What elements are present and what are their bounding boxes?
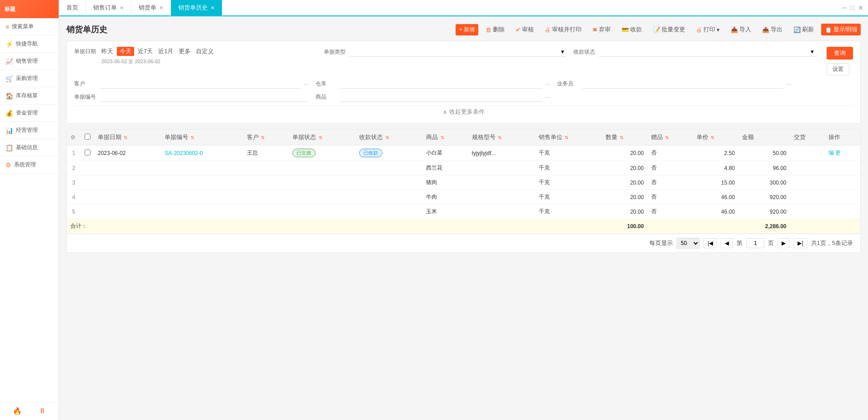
print-dropdown-icon: ▾: [717, 26, 720, 33]
shortcut-custom[interactable]: 自定义: [194, 47, 216, 56]
docno-link[interactable]: SA-20230602-0: [165, 150, 203, 156]
warehouse-input[interactable]: [341, 79, 542, 89]
sidebar-item-quick-nav[interactable]: ⚡ 快捷导航: [0, 35, 59, 53]
docno-input[interactable]: [100, 92, 308, 102]
refresh-icon: 🔄: [793, 26, 801, 33]
shortcut-7days[interactable]: 近7天: [136, 47, 155, 56]
warehouse-filter: 仓库 ···: [316, 79, 550, 89]
th-qty-sort[interactable]: ⇅: [620, 135, 623, 140]
table-settings-header[interactable]: ⚙: [67, 130, 80, 145]
tab-sales-history[interactable]: 销货单历史 ✕: [171, 0, 222, 16]
sidebar-item-purchase[interactable]: 🛒 采购管理: [0, 70, 59, 87]
refresh-label: 刷新: [802, 25, 814, 34]
row-price: 15.00: [693, 175, 738, 190]
sidebar-item-basic-info[interactable]: 📋 基础信息: [0, 139, 59, 156]
close-button[interactable]: ✕: [858, 4, 863, 11]
doc-type-select[interactable]: ▾: [349, 47, 566, 57]
th-date-sort[interactable]: ⇅: [124, 135, 127, 140]
salesperson-label: 业务员: [557, 80, 580, 88]
abandon-button[interactable]: ✖ 弃审: [589, 24, 614, 35]
customer-more[interactable]: ···: [304, 81, 308, 87]
display-button[interactable]: 📋 显示明细: [821, 24, 861, 35]
th-spec-sort[interactable]: ⇅: [498, 135, 502, 140]
salesperson-input[interactable]: [582, 79, 784, 89]
shortcut-yesterday[interactable]: 昨天: [100, 47, 115, 56]
tab-sales-order-close[interactable]: ✕: [120, 5, 124, 11]
settings-button[interactable]: 设置: [827, 63, 849, 75]
app-logo: 标题: [5, 5, 15, 13]
batch-change-button[interactable]: 📝 批量变更: [649, 24, 689, 35]
collect-button[interactable]: 💳 收款: [618, 24, 646, 35]
print-icon: 🖨: [696, 26, 702, 33]
th-pay-status-sort[interactable]: ⇅: [386, 135, 389, 140]
row-pay-status: [356, 161, 422, 175]
th-goods-sort[interactable]: ⇅: [441, 135, 444, 140]
sidebar-item-finance[interactable]: 💰 资金管理: [0, 105, 59, 122]
audit-print-button[interactable]: 🖨 审核并打印: [541, 24, 585, 35]
th-gift-sort[interactable]: ⇅: [665, 135, 669, 140]
tab-sales-order[interactable]: 销售订单 ✕: [86, 0, 131, 16]
query-button[interactable]: 查询: [827, 47, 853, 60]
warehouse-more[interactable]: ···: [545, 81, 550, 87]
th-docno-sort[interactable]: ⇅: [191, 135, 194, 140]
tab-sales-goods-close[interactable]: ✕: [159, 5, 163, 11]
sidebar-bottom-icon2[interactable]: ⏸: [39, 407, 46, 415]
delete-icon: 🗑: [486, 26, 492, 33]
export-label: 导出: [771, 25, 783, 34]
import-button[interactable]: 📥 导入: [727, 24, 755, 35]
filter-panel: 单据日期 昨天 今天 近7天 近1月 更多 自定义 2023-06-02 至 2…: [66, 41, 861, 124]
edit-action[interactable]: 编: [828, 150, 834, 156]
shortcut-more[interactable]: 更多: [177, 47, 192, 56]
row-doc-status: [289, 161, 356, 175]
th-unit-sort[interactable]: ⇅: [565, 135, 568, 140]
sidebar-item-ops[interactable]: 📊 经营管理: [0, 122, 59, 139]
th-qty: 数量 ⇅: [602, 130, 647, 145]
customer-input[interactable]: [100, 79, 301, 89]
th-price-sort[interactable]: ⇅: [711, 135, 714, 140]
minimize-button[interactable]: ─: [843, 4, 847, 11]
per-page-select[interactable]: 50 100 200: [677, 238, 700, 249]
collapse-button[interactable]: ∧ 收起更多条件: [74, 105, 853, 118]
shortcut-1month[interactable]: 近1月: [156, 47, 175, 56]
goods-more[interactable]: ···: [545, 94, 550, 100]
page-input[interactable]: [746, 238, 764, 248]
maximize-button[interactable]: □: [851, 4, 854, 11]
next-page-button[interactable]: ▶: [778, 238, 790, 248]
goods-input[interactable]: [341, 92, 542, 102]
last-page-button[interactable]: ▶|: [793, 238, 807, 248]
row-actions: [825, 205, 861, 219]
warehouse-label: 仓库: [316, 80, 338, 88]
row-customer: [243, 175, 289, 190]
first-page-button[interactable]: |◀: [703, 238, 717, 248]
shortcut-today[interactable]: 今天: [117, 47, 134, 56]
th-amount: 金额: [738, 130, 790, 145]
sidebar-item-search-menu[interactable]: ≡ 搜索菜单: [0, 18, 59, 35]
tab-sales-history-close[interactable]: ✕: [211, 5, 215, 11]
th-customer-sort[interactable]: ⇅: [261, 135, 265, 140]
row-date: [94, 205, 161, 219]
select-all-checkbox[interactable]: [85, 134, 90, 140]
refresh-button[interactable]: 🔄 刷新: [790, 24, 818, 35]
sidebar-item-inventory[interactable]: 🏠 库存核算: [0, 87, 59, 105]
export-button[interactable]: 📤 导出: [758, 24, 786, 35]
sidebar-bottom-icon1[interactable]: 🔥: [13, 407, 22, 415]
tab-home[interactable]: 首页: [59, 0, 86, 16]
tab-sales-goods[interactable]: 销货单 ✕: [131, 0, 171, 16]
prev-page-button[interactable]: ◀: [721, 238, 733, 248]
payment-status-select[interactable]: ▾: [599, 47, 816, 57]
row-price: 2.50: [693, 145, 738, 161]
basic-info-icon: 📋: [5, 144, 13, 151]
th-amount-label: 金额: [742, 134, 754, 140]
audit-button[interactable]: ✔ 审核: [512, 24, 537, 35]
print-button[interactable]: 🖨 打印 ▾: [692, 24, 723, 35]
salesperson-more[interactable]: ···: [787, 81, 791, 87]
more-action[interactable]: 更: [835, 150, 841, 156]
sidebar-item-sales[interactable]: 📈 销售管理: [0, 53, 59, 70]
sidebar-item-system[interactable]: ⚙ 系统管理: [0, 156, 59, 174]
delete-button[interactable]: 🗑 删除: [482, 24, 508, 35]
new-button[interactable]: + 新增: [456, 24, 478, 35]
th-doc-status-sort[interactable]: ⇅: [319, 135, 322, 140]
total-records: 共1页，5条记录: [811, 239, 853, 247]
row-checkbox[interactable]: [85, 150, 90, 155]
table-row: 5 玉米 千克 20.00 否 46.00 920.00: [67, 205, 860, 219]
